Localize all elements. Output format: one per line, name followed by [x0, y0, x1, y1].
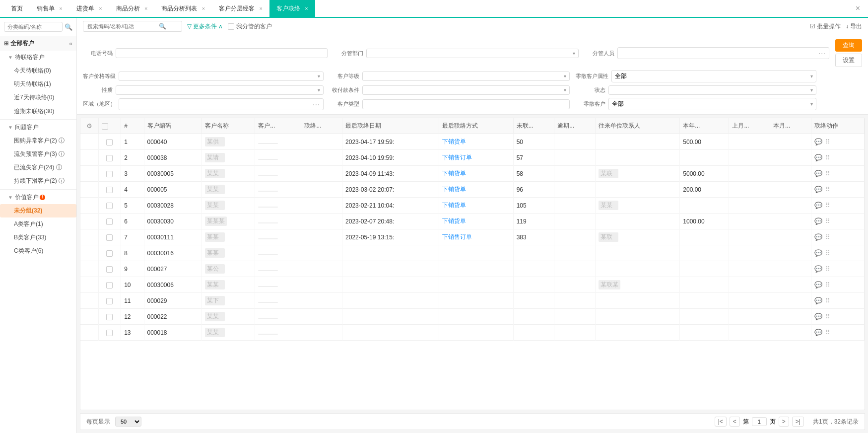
sidebar-item-ungrouped[interactable]: 未分组(32)	[0, 204, 76, 217]
tab-customer-segment[interactable]: 客户分层经客 ×	[212, 0, 269, 17]
col-no-contact[interactable]: 未联...	[513, 118, 554, 134]
last-method-link[interactable]: 下销货单	[442, 217, 466, 224]
tab-product-analysis[interactable]: 商品分析 ×	[109, 0, 155, 17]
sidebar-item-classC[interactable]: C类客户(6)	[0, 244, 76, 258]
reset-button[interactable]: 设置	[835, 54, 862, 67]
chat-icon[interactable]: 💬	[814, 186, 822, 193]
col-last-month[interactable]: 上月...	[729, 118, 770, 134]
chat-icon[interactable]: 💬	[814, 265, 822, 273]
row-checkbox[interactable]	[106, 250, 113, 257]
chat-icon[interactable]: 💬	[814, 154, 822, 161]
cell-checkbox[interactable]	[98, 293, 121, 309]
chat-icon[interactable]: 💬	[814, 297, 822, 304]
last-method-link[interactable]: 下销货单	[442, 170, 466, 177]
grid-action-icon[interactable]: ⠿	[825, 186, 830, 193]
filter-price-level-select[interactable]: ▾	[119, 72, 324, 81]
filter-nature-select[interactable]: ▾	[116, 85, 324, 95]
tab-customer-contact[interactable]: 客户联络 ×	[269, 0, 315, 17]
cell-last-method[interactable]: 下销售订单	[439, 229, 513, 245]
settings-icon[interactable]: ⚙	[86, 122, 92, 130]
filter-manager-select[interactable]: ···	[617, 47, 829, 59]
row-checkbox[interactable]	[106, 218, 113, 225]
col-type[interactable]: 客户...	[255, 118, 301, 134]
filter-phone-input[interactable]	[116, 48, 328, 58]
dotted-icon-2[interactable]: ···	[313, 100, 320, 108]
sidebar-item-classB[interactable]: B类客户(33)	[0, 231, 76, 244]
filter-payment-select[interactable]: ▾	[362, 85, 570, 95]
cell-checkbox[interactable]	[98, 166, 121, 182]
main-search-icon[interactable]: 🔍	[159, 23, 166, 30]
filter-customer-type-input[interactable]	[362, 99, 570, 109]
main-search-box[interactable]: 🔍	[83, 21, 182, 32]
main-search-input[interactable]	[87, 23, 157, 29]
next-page-button[interactable]: >	[779, 417, 789, 427]
col-checkbox[interactable]	[98, 118, 121, 134]
more-conditions-button[interactable]: ▽ 更多条件 ∧	[187, 22, 223, 31]
grid-action-icon[interactable]: ⠿	[825, 233, 830, 241]
cell-last-method[interactable]: 下销货单	[439, 166, 513, 182]
grid-action-icon[interactable]: ⠿	[825, 329, 830, 336]
grid-action-icon[interactable]: ⠿	[825, 138, 830, 145]
sidebar-search-input[interactable]	[4, 22, 63, 32]
sidebar-item-classA[interactable]: A类客户(1)	[0, 217, 76, 231]
sidebar-item-abnormal[interactable]: 囤购异常客户(2) ⓘ	[0, 134, 76, 147]
collapse-icon[interactable]: «	[69, 40, 72, 47]
grid-action-icon[interactable]: ⠿	[825, 217, 830, 225]
dotted-icon[interactable]: ···	[818, 49, 826, 57]
select-all-checkbox[interactable]	[102, 123, 108, 130]
page-size-select[interactable]: 50 20 100	[115, 417, 141, 427]
col-contact[interactable]: 联络...	[301, 118, 342, 134]
cell-checkbox[interactable]	[98, 277, 121, 293]
row-checkbox[interactable]	[106, 171, 113, 177]
col-settings[interactable]: ⚙	[80, 118, 98, 134]
row-checkbox[interactable]	[106, 314, 113, 320]
my-customers-checkbox-input[interactable]	[228, 23, 234, 30]
grid-action-icon[interactable]: ⠿	[825, 202, 830, 209]
cell-checkbox[interactable]	[98, 150, 121, 166]
row-checkbox[interactable]	[106, 203, 113, 209]
sidebar-search-icon[interactable]: 🔍	[65, 23, 72, 31]
cell-last-method[interactable]: 下销货单	[439, 198, 513, 214]
tab-purchase-close[interactable]: ×	[99, 5, 102, 11]
sidebar-group-pending[interactable]: ▼ 待联络客户	[0, 51, 76, 64]
tab-sales[interactable]: 销售单 ×	[30, 0, 69, 17]
cell-checkbox[interactable]	[98, 182, 121, 198]
cell-last-method[interactable]: 下销售订单	[439, 150, 513, 166]
sidebar-item-declining[interactable]: 持续下滑客户(2) ⓘ	[0, 174, 76, 188]
cell-last-method[interactable]: 下销货单	[439, 134, 513, 150]
chat-icon[interactable]: 💬	[814, 202, 822, 209]
chat-icon[interactable]: 💬	[814, 233, 822, 241]
window-close-button[interactable]: ×	[852, 4, 864, 13]
col-name[interactable]: 客户名称	[202, 118, 255, 134]
filter-status-select[interactable]: ▾	[608, 85, 816, 95]
sidebar-group-problem[interactable]: ▼ 问题客户	[0, 121, 76, 134]
current-page-input[interactable]	[752, 417, 767, 426]
chat-icon[interactable]: 💬	[814, 329, 822, 336]
row-checkbox[interactable]	[106, 155, 113, 161]
cell-checkbox[interactable]	[98, 134, 121, 150]
filter-dept-select[interactable]: ▾	[366, 49, 578, 58]
col-last-method[interactable]: 最后联络方式	[439, 118, 513, 134]
cell-last-method[interactable]: 下销货单	[439, 182, 513, 198]
sidebar-item-overdue[interactable]: 逾期未联络(30)	[0, 105, 76, 118]
last-method-link[interactable]: 下销货单	[442, 186, 466, 193]
row-checkbox[interactable]	[106, 234, 113, 241]
last-method-link[interactable]: 下销售订单	[442, 233, 472, 240]
filter-scatter-select[interactable]: 全部 ▾	[608, 98, 816, 110]
grid-action-icon[interactable]: ⠿	[825, 154, 830, 161]
query-button[interactable]: 查询	[835, 39, 862, 52]
filter-region-select[interactable]: ···	[119, 98, 324, 110]
cell-checkbox[interactable]	[98, 229, 121, 245]
row-checkbox[interactable]	[106, 330, 113, 336]
grid-action-icon[interactable]: ⠿	[825, 249, 830, 257]
col-code[interactable]: 客户编码	[144, 118, 202, 134]
sidebar-item-week[interactable]: 近7天待联络(0)	[0, 91, 76, 104]
grid-action-icon[interactable]: ⠿	[825, 170, 830, 177]
sidebar-item-warning[interactable]: 流失预警客户(3) ⓘ	[0, 147, 76, 161]
col-last-date[interactable]: 最后联络日期	[342, 118, 439, 134]
last-page-button[interactable]: >|	[792, 417, 804, 427]
sidebar-item-today[interactable]: 今天待联络(0)	[0, 64, 76, 77]
row-checkbox[interactable]	[106, 187, 113, 193]
row-checkbox[interactable]	[106, 282, 113, 289]
prev-page-button[interactable]: <	[730, 417, 740, 427]
